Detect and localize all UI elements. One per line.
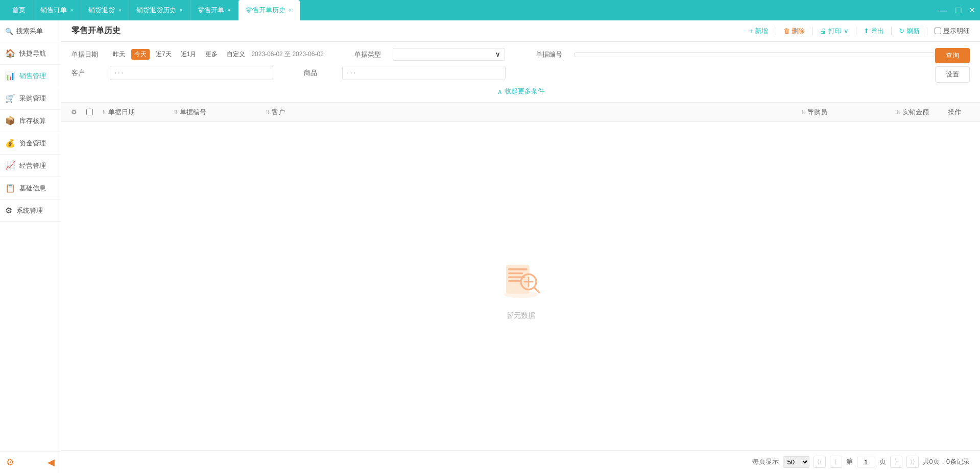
tab-sales-return[interactable]: 销货退货 ×: [81, 0, 129, 20]
export-button[interactable]: ⬆ 导出: [864, 27, 885, 36]
customer-filter-label: 客户: [71, 68, 100, 78]
sidebar-item-inventory[interactable]: 📦 库存核算: [0, 110, 61, 132]
display-detail-label: 显示明细: [943, 27, 970, 36]
print-dropdown-icon[interactable]: ∨: [844, 27, 849, 35]
page-label: 第: [846, 457, 853, 466]
goods-filter-input[interactable]: ···: [342, 66, 506, 80]
tab-home[interactable]: 首页: [5, 0, 33, 20]
per-page-label: 每页显示: [752, 457, 779, 466]
filter-area: 单据日期 昨天 今天 近7天 近1月 更多 自定义 2023-06-02 至 2…: [61, 42, 980, 103]
display-detail-checkbox[interactable]: [935, 28, 941, 34]
gear-icon: ⚙: [5, 206, 12, 215]
svg-rect-2: [508, 268, 528, 270]
add-button[interactable]: + 新增: [749, 27, 768, 36]
col-guide-label: 导购员: [807, 108, 827, 117]
col-customer[interactable]: ⇅ 客户: [260, 108, 796, 117]
refresh-button[interactable]: ↻ 刷新: [899, 27, 920, 36]
select-all-checkbox[interactable]: [86, 109, 93, 115]
prev-page-button[interactable]: ⟨: [830, 456, 842, 468]
date-1month-btn[interactable]: 近1月: [178, 49, 200, 60]
col-action: 操作: [934, 108, 975, 117]
col-date-label: 单据日期: [108, 108, 135, 117]
sort-icon: ⇅: [801, 109, 805, 115]
delete-button[interactable]: 🗑 删除: [783, 27, 805, 36]
tab-sales-return-label: 销货退货: [88, 6, 115, 15]
collapse-icon[interactable]: ◀: [47, 457, 55, 468]
date-yesterday-btn[interactable]: 昨天: [110, 49, 128, 60]
sort-icon: ⇅: [896, 109, 900, 115]
last-page-button[interactable]: ⟩⟩: [906, 456, 919, 468]
type-filter-select[interactable]: ∨: [393, 48, 505, 61]
filter-row-2: 客户 ··· 商品 ···: [71, 66, 935, 80]
first-page-button[interactable]: ⟨⟨: [814, 456, 826, 468]
date-custom-btn[interactable]: 自定义: [224, 49, 248, 60]
tab-sales-order[interactable]: 销售订单 ×: [33, 0, 81, 20]
query-button[interactable]: 查询: [935, 48, 970, 63]
print-button[interactable]: 🖨 打印 ∨: [820, 27, 849, 36]
sidebar-item-label: 库存核算: [19, 116, 46, 126]
sidebar-item-purchase-mgmt[interactable]: 🛒 采购管理: [0, 87, 61, 110]
table-select-all[interactable]: [82, 109, 97, 115]
sort-icon: ⇅: [266, 109, 270, 115]
tab-retail-open-history[interactable]: 零售开单历史 ×: [238, 0, 300, 20]
divider: [776, 27, 776, 35]
tab-sales-return-history[interactable]: 销货退货历史 ×: [129, 0, 190, 20]
empty-illustration: [495, 252, 546, 303]
doc-icon: 📋: [5, 183, 15, 193]
sidebar-item-operations[interactable]: 📈 经营管理: [0, 155, 61, 177]
sidebar-item-label: 系统管理: [16, 206, 43, 215]
display-detail-toggle[interactable]: 显示明细: [935, 27, 970, 36]
sidebar-item-sales-mgmt[interactable]: 📊 销售管理: [0, 65, 61, 87]
add-label: + 新增: [749, 27, 768, 36]
sort-icon: ⇅: [102, 109, 106, 115]
close-icon[interactable]: ×: [70, 7, 74, 14]
per-page-select[interactable]: 50 10 20 100: [783, 456, 809, 468]
main-layout: 🔍 搜索采单 🏠 快捷导航 📊 销售管理 🛒 采购管理 📦 库存核算 💰 资金管…: [0, 20, 980, 473]
minimize-button[interactable]: —: [939, 5, 948, 16]
sidebar-item-base-info[interactable]: 📋 基础信息: [0, 177, 61, 200]
action-buttons: 查询 设置: [935, 48, 970, 83]
no-filter-input[interactable]: [574, 52, 935, 57]
close-icon[interactable]: ×: [289, 7, 292, 14]
divider: [812, 27, 812, 35]
page-suffix: 页: [879, 457, 886, 466]
col-action-label: 操作: [948, 108, 961, 117]
col-amount[interactable]: ⇅ 实销金额: [873, 108, 934, 117]
cart-icon: 🛒: [5, 93, 15, 103]
chart-icon: 📊: [5, 71, 15, 81]
col-date[interactable]: ⇅ 单据日期: [97, 108, 169, 117]
sidebar-item-finance[interactable]: 💰 资金管理: [0, 132, 61, 155]
tab-retail-open[interactable]: 零售开单 ×: [190, 0, 238, 20]
more-conditions-toggle[interactable]: ∧ 收起更多条件: [71, 87, 970, 96]
sidebar-search[interactable]: 🔍 搜索采单: [0, 20, 61, 42]
empty-state: 暂无数据: [61, 122, 980, 450]
filter-fields: 单据日期 昨天 今天 近7天 近1月 更多 自定义 2023-06-02 至 2…: [71, 48, 935, 80]
close-icon[interactable]: ×: [227, 7, 231, 14]
customer-filter-input[interactable]: ···: [110, 66, 273, 80]
sidebar-item-system[interactable]: ⚙ 系统管理: [0, 200, 61, 222]
no-filter-label: 单据编号: [536, 50, 564, 59]
sidebar-item-quick-nav[interactable]: 🏠 快捷导航: [0, 42, 61, 65]
close-button[interactable]: ×: [969, 5, 975, 16]
col-no[interactable]: ⇅ 单据编号: [169, 108, 260, 117]
tab-retail-open-history-label: 零售开单历史: [246, 6, 285, 15]
close-icon[interactable]: ×: [118, 7, 122, 14]
next-page-button[interactable]: ⟩: [890, 456, 902, 468]
goods-filter-label: 商品: [304, 68, 332, 78]
setting-button[interactable]: 设置: [935, 66, 970, 83]
page-input[interactable]: [857, 457, 875, 467]
date-more-btn[interactable]: 更多: [202, 49, 221, 60]
settings-icon[interactable]: ⚙: [6, 457, 14, 468]
col-amount-label: 实销金额: [902, 108, 929, 117]
filter-dates: 昨天 今天 近7天 近1月 更多 自定义 2023-06-02 至 2023-0…: [110, 49, 324, 60]
gear-icon: ⚙: [71, 108, 77, 116]
maximize-button[interactable]: □: [956, 5, 962, 16]
col-guide[interactable]: ⇅ 导购员: [796, 108, 873, 117]
date-7days-btn[interactable]: 近7天: [153, 49, 175, 60]
empty-text: 暂无数据: [507, 311, 535, 320]
sidebar-item-label: 采购管理: [19, 94, 46, 103]
date-today-btn[interactable]: 今天: [131, 49, 150, 60]
sidebar-item-label: 资金管理: [19, 139, 46, 148]
table-settings-icon[interactable]: ⚙: [66, 108, 82, 116]
close-icon[interactable]: ×: [179, 7, 183, 14]
